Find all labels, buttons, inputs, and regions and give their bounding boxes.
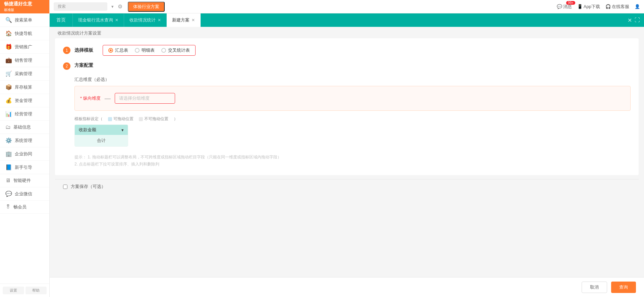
tab-home-label: 首页 — [56, 17, 66, 23]
sidebar-item-purchase[interactable]: 🛒 采购管理 — [0, 67, 49, 81]
step1-badge: 1 — [63, 47, 70, 54]
online-service-button[interactable]: 🎧 在线客服 — [605, 4, 629, 10]
dropdown-arrow-icon[interactable]: ▾ — [111, 4, 114, 9]
sidebar-item-base[interactable]: 🗂 基础信息 — [0, 121, 49, 134]
legend-fixed-label: 不可拖动位置 — [144, 116, 168, 122]
tab-cashflow-label: 现金银行流水查询 — [78, 17, 113, 23]
sidebar-help-btn[interactable]: 帮助 — [25, 287, 47, 294]
settings-icon[interactable]: ⚙ — [118, 3, 122, 10]
sidebar-item-label: 智能硬件 — [13, 178, 31, 184]
vertical-dim-label: * 纵向维度 — [80, 95, 101, 101]
dim-select-dropdown[interactable]: 请选择分组维度 — [115, 93, 175, 104]
tab-cashflow-close-icon[interactable]: ✕ — [115, 18, 118, 22]
indicator-section-label: 模板指标设定（ — [74, 116, 103, 122]
trial-button[interactable]: 体验行业方案 — [128, 2, 165, 12]
step2-row: 2 方案配置 — [63, 62, 631, 70]
sidebar-item-search[interactable]: 🔍 搜索菜单 — [0, 13, 49, 27]
search-placeholder: 搜索 — [58, 4, 66, 9]
cancel-button[interactable]: 取消 — [582, 282, 607, 293]
radio-cross[interactable]: 交叉统计表 — [161, 47, 190, 53]
dim-placeholder: 请选择分组维度 — [119, 96, 150, 101]
online-service-label: 在线客服 — [612, 4, 629, 10]
indicator-section: 模板指标设定（ 可拖动位置 不可拖动位置 ） 收款金额 — [74, 116, 631, 148]
tab-new-plan[interactable]: 新建方案 ✕ — [167, 13, 201, 27]
sidebar-item-guide[interactable]: 📘 新手引导 — [0, 161, 49, 174]
sidebar-item-label: 资金管理 — [15, 98, 32, 104]
draggable-dot — [108, 117, 112, 121]
sidebar-item-hardware[interactable]: 🖥 智能硬件 — [0, 174, 49, 187]
box-icon: 📦 — [5, 84, 12, 90]
save-label: 方案保存（可选） — [71, 184, 106, 190]
query-button[interactable]: 查询 — [611, 282, 636, 293]
radio-detail-label: 明细表 — [142, 47, 155, 53]
indicator-table: 收款金额 ▾ 合计 — [74, 125, 128, 147]
sidebar: 畅捷通好生意 标准版 🔍 搜索菜单 🏠 快捷导航 🎁 营销推广 💼 销售管理 🛒… — [0, 0, 50, 297]
sidebar-item-corp[interactable]: 🏢 企业协同 — [0, 147, 49, 161]
indicator-header-label: 收款金额 — [79, 127, 96, 133]
main-area: 搜索 ▾ ⚙ 体验行业方案 💬 消息 99+ 📱 App下载 🎧 在线客服 👤 — [50, 0, 644, 297]
money-icon: 💰 — [5, 97, 12, 104]
user-icon: 👤 — [635, 4, 640, 9]
fixed-dot — [139, 117, 143, 121]
radio-detail-circle — [135, 48, 140, 53]
sidebar-item-label: 企业微信 — [15, 191, 32, 197]
medal-icon: 🎖 — [5, 204, 11, 210]
step2-label: 方案配置 — [74, 62, 93, 68]
message-badge: 99+ — [566, 1, 575, 5]
topbar: 搜索 ▾ ⚙ 体验行业方案 💬 消息 99+ 📱 App下载 🎧 在线客服 👤 — [50, 0, 644, 13]
sidebar-item-label: 快捷导航 — [15, 31, 32, 37]
gift-icon: 🎁 — [5, 44, 12, 50]
chart-icon: 📊 — [5, 111, 12, 117]
tab-cashflow[interactable]: 现金银行流水查询 ✕ — [73, 13, 124, 27]
sidebar-item-finance[interactable]: 💰 资金管理 — [0, 94, 49, 107]
radio-detail[interactable]: 明细表 — [135, 47, 155, 53]
legend-draggable-label: 可拖动位置 — [113, 116, 133, 122]
sidebar-item-inventory[interactable]: 📦 库存核算 — [0, 81, 49, 94]
sidebar-item-label: 搜索菜单 — [15, 17, 32, 23]
sidebar-logo-text: 畅捷通好生意 — [4, 1, 32, 7]
message-button[interactable]: 💬 消息 99+ — [557, 4, 572, 10]
step1-row: 1 选择模板 汇总表 明细表 交叉统计表 — [63, 45, 631, 56]
folder-icon: 🗂 — [5, 124, 11, 130]
radio-cross-label: 交叉统计表 — [168, 47, 190, 53]
footer-save-row: 方案保存（可选） — [55, 179, 639, 194]
search-box[interactable]: 搜索 — [54, 2, 107, 11]
sidebar-item-system[interactable]: ⚙️ 系统管理 — [0, 134, 49, 147]
indicator-header: 收款金额 ▾ — [75, 125, 128, 135]
sidebar-item-wechat[interactable]: 💬 企业微信 — [0, 187, 49, 201]
tip-2: 2. 点击标题栏下拉可设置排序、插入列和删除列 — [74, 161, 631, 167]
tab-collection-close-icon[interactable]: ✕ — [158, 18, 161, 22]
page-header: 收款情况统计方案设置 — [50, 27, 644, 38]
close-window-icon[interactable]: ✕ — [628, 17, 632, 23]
tab-new-plan-label: 新建方案 — [172, 17, 190, 23]
sidebar-item-sales[interactable]: 💼 销售管理 — [0, 54, 49, 67]
sidebar-logo: 畅捷通好生意 标准版 — [0, 0, 49, 13]
tab-collection-label: 收款情况统计 — [129, 17, 156, 23]
radio-summary-label: 汇总表 — [115, 47, 128, 53]
tab-home[interactable]: 首页 — [50, 13, 73, 27]
tab-new-plan-close-icon[interactable]: ✕ — [192, 18, 195, 22]
dim-section-title: 汇总维度（必选） — [74, 77, 631, 83]
radio-summary[interactable]: 汇总表 — [108, 47, 128, 53]
step1-label: 选择模板 — [74, 47, 93, 53]
sidebar-item-marketing[interactable]: 🎁 营销推广 — [0, 40, 49, 54]
app-download-label: App下载 — [584, 4, 600, 10]
indicator-dropdown-icon[interactable]: ▾ — [121, 128, 124, 133]
book-icon: 📘 — [5, 164, 12, 170]
search-icon: 🔍 — [5, 17, 12, 23]
sidebar-item-member[interactable]: 🎖 畅会员 — [0, 201, 49, 214]
save-checkbox[interactable] — [63, 185, 67, 189]
app-download-button[interactable]: 📱 App下载 — [577, 4, 600, 10]
vertical-dim-row: * 纵向维度 — 请选择分组维度 — [80, 93, 625, 104]
user-avatar[interactable]: 👤 — [635, 4, 640, 9]
sidebar-item-nav[interactable]: 🏠 快捷导航 — [0, 27, 49, 40]
indicator-body-label: 合计 — [97, 138, 106, 143]
tip-1: 提示： 1. 拖动标题栏可以调整布局，不可跨维度或指标区域拖动栏目字段（只能在同… — [74, 154, 631, 160]
step2-badge: 2 — [63, 62, 70, 70]
sidebar-settings-btn[interactable]: 设置 — [3, 287, 24, 294]
maximize-icon[interactable]: ⛶ — [635, 17, 640, 23]
tab-collection[interactable]: 收款情况统计 ✕ — [124, 13, 167, 27]
sidebar-item-management[interactable]: 📊 经营管理 — [0, 107, 49, 121]
cart-icon: 🛒 — [5, 70, 12, 77]
sidebar-item-label: 新手引导 — [15, 164, 32, 170]
